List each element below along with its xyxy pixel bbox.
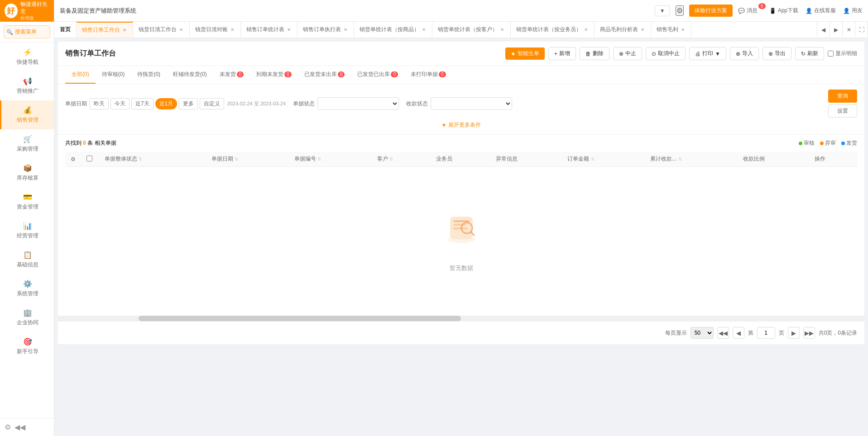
- sidebar-item-purchase[interactable]: 🛒 采购管理: [0, 129, 54, 158]
- tab-close-cash-reconcile[interactable]: ✕: [230, 26, 235, 33]
- tab-sales-sum-prod[interactable]: 销货单统计表（按商品） ✕: [354, 22, 432, 38]
- sidebar-item-sales[interactable]: 💰 销售管理: [0, 100, 54, 129]
- tab-cash-reconcile[interactable]: 钱货日清对账 ✕: [190, 22, 241, 38]
- sidebar-item-marketing[interactable]: 📢 营销推广: [0, 71, 54, 100]
- query-button[interactable]: 查询: [828, 90, 857, 103]
- stop-button[interactable]: ⊗ 中止: [613, 47, 642, 60]
- sidebar-item-operation[interactable]: 📊 经营管理: [0, 216, 54, 245]
- ship-quick-btn[interactable]: 发货: [841, 139, 857, 147]
- sidebar-item-inventory[interactable]: 📦 库存核算: [0, 158, 54, 187]
- refresh-button[interactable]: ↻ 刷新: [795, 47, 824, 60]
- search-menu-button[interactable]: 🔍 搜索菜单: [4, 25, 50, 38]
- tab-sales-sum-cust[interactable]: 销货单统计表（按客户） ✕: [432, 22, 511, 38]
- page-number-input[interactable]: [757, 327, 775, 339]
- tab-fullscreen[interactable]: ⛶: [855, 22, 868, 38]
- sidebar-item-enterprise[interactable]: 🏢 企业协同: [0, 303, 54, 332]
- last-page-button[interactable]: ▶▶: [803, 327, 815, 339]
- scrollbar-thumb[interactable]: [139, 316, 461, 321]
- collapse-button[interactable]: ◀◀: [14, 423, 25, 431]
- date-today[interactable]: 今天: [110, 98, 129, 109]
- tab-close-margin-stat[interactable]: ✕: [640, 26, 645, 33]
- industry-plan-button[interactable]: 体验行业方案: [689, 5, 733, 17]
- th-settings[interactable]: ⚙: [65, 152, 81, 167]
- sort-customer-icon[interactable]: ⇅: [389, 156, 393, 161]
- tab-close-cash-daily[interactable]: ✕: [178, 26, 184, 33]
- date-7days[interactable]: 近7天: [131, 98, 153, 109]
- tab-sales-exec[interactable]: 销售订单执行表 ✕: [297, 22, 354, 38]
- subtab-overdue[interactable]: 到期未发货0: [250, 66, 298, 84]
- sort-date-icon[interactable]: ⇅: [235, 156, 238, 161]
- message-button[interactable]: 💬 6 消息: [738, 7, 762, 14]
- tab-cash-daily[interactable]: 钱货日清工作台 ✕: [133, 22, 190, 38]
- sidebar-item-quick-nav[interactable]: ⚡ 快捷导航: [0, 43, 54, 71]
- tab-close-sales-profit[interactable]: ✕: [680, 26, 686, 33]
- print-button[interactable]: 🖨 打印 ▼: [689, 47, 726, 60]
- per-page-select[interactable]: 50 100 200: [691, 327, 714, 339]
- th-ratio: 收款比例: [738, 152, 809, 167]
- import-button[interactable]: ⊕ 导入: [730, 47, 759, 60]
- tab-close-sales-sum-prod[interactable]: ✕: [421, 26, 427, 33]
- filter-row-1: 单据日期 昨天 今天 近7天 近1月 更多 自定义 2023-02-24 至 2…: [65, 90, 857, 118]
- sort-amount-icon[interactable]: ⇅: [591, 156, 595, 161]
- export-button[interactable]: ⊕ 导出: [762, 47, 791, 60]
- prev-page-button[interactable]: ◀: [733, 327, 744, 339]
- cancel-stop-button[interactable]: ⊙ 取消中止: [646, 47, 686, 60]
- subtab-not-shipped[interactable]: 未发货0: [213, 66, 250, 84]
- app-download-button[interactable]: 📱 App下载: [769, 7, 798, 14]
- expand-filters-button[interactable]: ▼ 展开更多条件: [441, 121, 481, 129]
- subtab-pending-review[interactable]: 待审核(0): [96, 66, 131, 84]
- tab-close-sales-sum-cust[interactable]: ✕: [499, 26, 505, 33]
- tab-home[interactable]: 首页: [54, 22, 77, 38]
- smart-create-button[interactable]: ★ 智能生单: [505, 47, 545, 60]
- tab-scroll-right[interactable]: ▶: [830, 22, 843, 38]
- sidebar-item-newbie[interactable]: 🎯 新手引导: [0, 332, 54, 361]
- review-quick-btn[interactable]: 审核: [799, 139, 815, 147]
- sidebar-item-basic[interactable]: 📋 基础信息: [0, 245, 54, 274]
- tab-sales-sum-staff[interactable]: 销货单统计表（按业务员） ✕: [511, 22, 595, 38]
- add-button[interactable]: + 新增: [548, 47, 576, 60]
- date-custom[interactable]: 自定义: [200, 98, 224, 109]
- payment-select[interactable]: [431, 97, 512, 110]
- subtab-wangpu-ship[interactable]: 旺铺待发货(0): [167, 66, 213, 84]
- next-page-button[interactable]: ▶: [788, 327, 800, 339]
- horizontal-scrollbar[interactable]: [58, 316, 864, 321]
- first-page-button[interactable]: ◀◀: [717, 327, 729, 339]
- tab-close-sales-exec[interactable]: ✕: [343, 26, 348, 33]
- tab-sales-stat[interactable]: 销售订单统计表 ✕: [241, 22, 297, 38]
- subtab-not-printed[interactable]: 未打印单据0: [404, 66, 452, 84]
- delete-button[interactable]: 🗑 删除: [580, 47, 609, 60]
- subtab-pending-inspect[interactable]: 待拣货(0): [131, 66, 167, 84]
- tab-close-sales-order[interactable]: ✕: [122, 27, 127, 33]
- show-detail-checkbox[interactable]: [828, 51, 834, 57]
- tab-close-sales-stat[interactable]: ✕: [286, 26, 292, 33]
- filter-setting-button[interactable]: 设置: [828, 104, 857, 118]
- sidebar-item-finance[interactable]: 💳 资金管理: [0, 187, 54, 216]
- sidebar-item-system[interactable]: ⚙️ 系统管理: [0, 274, 54, 303]
- cancel-review-quick-btn[interactable]: 弃审: [820, 139, 836, 147]
- sort-no-icon[interactable]: ⇅: [317, 156, 321, 161]
- subtab-shipped-out[interactable]: 已发货已出库0: [351, 66, 404, 84]
- sort-received-icon[interactable]: ⇅: [678, 156, 682, 161]
- th-checkbox[interactable]: [81, 152, 99, 167]
- date-more[interactable]: 更多: [179, 98, 198, 109]
- tab-close-all[interactable]: ✕: [843, 22, 855, 38]
- tab-close-sales-sum-staff[interactable]: ✕: [583, 26, 589, 33]
- settings-button[interactable]: ⚙: [5, 423, 11, 431]
- sort-status-icon[interactable]: ⇅: [139, 156, 142, 161]
- date-yesterday[interactable]: 昨天: [90, 98, 109, 109]
- system-dropdown-button[interactable]: ▼: [655, 5, 670, 16]
- tab-margin-stat[interactable]: 商品毛利分析表 ✕: [595, 22, 651, 38]
- subtab-shipped-not-out[interactable]: 已发货未出库0: [298, 66, 351, 84]
- online-service-button[interactable]: 👤 在线客服: [806, 7, 836, 14]
- show-detail-label[interactable]: 显示明细: [828, 50, 857, 57]
- tab-sales-order[interactable]: 销售订单工作台 ✕: [77, 22, 133, 38]
- select-all-checkbox[interactable]: [86, 156, 92, 161]
- sidebar-search-area[interactable]: 🔍 搜索菜单: [0, 22, 54, 43]
- topbar-gear-button[interactable]: ⚙: [676, 5, 684, 16]
- date-1month[interactable]: 近1月: [155, 98, 177, 109]
- status-select[interactable]: [317, 97, 399, 110]
- user-button[interactable]: 👤 用友: [843, 7, 863, 14]
- tab-sales-profit[interactable]: 销售毛利 ✕: [651, 22, 691, 38]
- subtab-all[interactable]: 全部(0): [65, 66, 96, 84]
- tab-scroll-left[interactable]: ◀: [817, 22, 830, 38]
